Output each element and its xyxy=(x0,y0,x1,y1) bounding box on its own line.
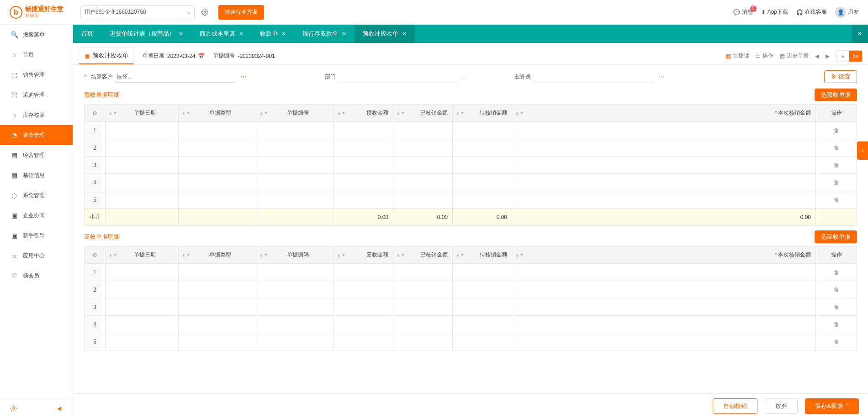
select-prepay-button[interactable]: 选预收单据 xyxy=(815,89,857,101)
sidebar-item-label: 采购管理 xyxy=(23,91,45,99)
tab-0[interactable]: 首页 xyxy=(73,25,101,43)
next-button[interactable]: ▶ xyxy=(826,53,830,59)
table-row[interactable]: 4🗑 xyxy=(85,316,857,333)
sort-icon[interactable]: ▲▼ xyxy=(337,253,346,257)
operate-link[interactable]: ☰操作 xyxy=(756,52,773,60)
sidebar-item-9[interactable]: ▣企业协同 xyxy=(0,205,73,225)
sort-icon[interactable]: ▲▼ xyxy=(181,253,191,257)
trash-icon[interactable]: 🗑 xyxy=(834,269,839,276)
trash-icon[interactable]: 🗑 xyxy=(834,179,839,186)
col-date: 单据日期 xyxy=(128,110,156,116)
close-icon[interactable]: ✕ xyxy=(342,31,346,37)
sidebar-item-8[interactable]: ◌系统管理 xyxy=(0,185,73,205)
settings-button[interactable]: ⚙ 设置 xyxy=(824,70,857,83)
trash-icon[interactable]: 🗑 xyxy=(834,321,839,328)
gear-icon[interactable]: ⚙ xyxy=(92,110,97,116)
trash-icon[interactable]: 🗑 xyxy=(834,127,839,134)
gear-icon[interactable]: ⚙ xyxy=(92,252,97,258)
history-link[interactable]: ▤历史单据 xyxy=(780,52,809,60)
view-detail-toggle[interactable]: 8≡ xyxy=(849,51,862,62)
sort-icon[interactable]: ▲▼ xyxy=(455,111,465,115)
tab-1[interactable]: 进货单统计表（按商品）✕ xyxy=(101,25,191,43)
messages-badge: 5 xyxy=(750,5,757,12)
trash-icon[interactable]: 🗑 xyxy=(834,197,839,203)
customer-service-link[interactable]: 🎧 在线客服 xyxy=(796,8,827,16)
doc-date-value[interactable]: 2023-03-24 xyxy=(167,53,195,59)
sidebar-item-1[interactable]: ⌂首页 xyxy=(0,45,73,65)
col-date: 单据日期 xyxy=(128,251,156,258)
sidebar-item-4[interactable]: ⌂库存核算 xyxy=(0,105,73,125)
close-icon[interactable]: ✕ xyxy=(281,31,286,37)
prev-button[interactable]: ◀ xyxy=(815,53,819,59)
dept-input[interactable] xyxy=(339,70,458,83)
table-row[interactable]: 1🗑 xyxy=(85,264,857,281)
close-icon[interactable]: ✕ xyxy=(239,31,243,37)
staff-input[interactable] xyxy=(535,70,653,83)
close-all-tabs-button[interactable]: ✕ xyxy=(852,25,868,43)
sidebar-item-5[interactable]: ◔资金管理 xyxy=(0,125,73,145)
calendar-icon[interactable]: 📅 xyxy=(198,53,205,59)
discard-button[interactable]: 放弃 xyxy=(765,398,798,414)
shortcut-link[interactable]: ▦快捷键 xyxy=(726,52,749,60)
trash-icon[interactable]: 🗑 xyxy=(834,162,839,168)
trash-icon[interactable]: 🗑 xyxy=(834,339,839,345)
staff-picker-button[interactable]: ⋯ xyxy=(657,73,666,80)
view-list-toggle[interactable]: ≡ xyxy=(836,51,849,62)
sidebar-item-11[interactable]: ☼应用中心 xyxy=(0,246,73,266)
table-row[interactable]: 4🗑 xyxy=(85,174,857,191)
sidebar-item-10[interactable]: ▣新手引导 xyxy=(0,225,73,246)
footer-gear-icon[interactable] xyxy=(10,405,17,412)
sidebar-item-0[interactable]: 🔍搜索菜单 xyxy=(0,25,73,45)
close-icon[interactable]: ✕ xyxy=(402,31,407,37)
sidebar-item-3[interactable]: ⬚采购管理 xyxy=(0,85,73,105)
app-download-link[interactable]: ⬇ App下载 xyxy=(761,8,788,16)
sidebar-item-7[interactable]: ▤基础信息 xyxy=(0,165,73,185)
table-row[interactable]: 1🗑 xyxy=(85,122,857,139)
sort-icon[interactable]: ▲▼ xyxy=(455,253,465,257)
sort-icon[interactable]: ▲▼ xyxy=(108,253,117,257)
sidebar-item-label: 系统管理 xyxy=(23,192,45,199)
tab-5[interactable]: 预收冲应收单✕ xyxy=(355,25,415,43)
table-row[interactable]: 3🗑 xyxy=(85,298,857,316)
auto-verify-button[interactable]: 自动核销 xyxy=(713,398,757,414)
select-receivable-button[interactable]: 选应收单据 xyxy=(815,230,857,243)
customer-input[interactable] xyxy=(116,70,235,83)
messages-link[interactable]: 💬 消息 5 xyxy=(733,8,753,16)
sidebar-item-6[interactable]: ▤经营管理 xyxy=(0,145,73,165)
dept-chevron-down-icon[interactable]: ⌵ xyxy=(462,73,465,80)
table-row[interactable]: 5🗑 xyxy=(85,191,857,209)
sort-icon[interactable]: ▲▼ xyxy=(259,111,268,115)
right-drawer-handle[interactable]: ▪ xyxy=(857,141,868,160)
sort-icon[interactable]: ▲▼ xyxy=(259,253,268,257)
sidebar-item-2[interactable]: ⬚销售管理 xyxy=(0,65,73,85)
close-icon[interactable]: ✕ xyxy=(179,31,183,37)
tab-2[interactable]: 商品成本重算✕ xyxy=(191,25,252,43)
save-and-new-button[interactable]: 保存&新增˄ xyxy=(805,398,859,414)
trash-icon[interactable]: 🗑 xyxy=(834,304,839,310)
sort-icon[interactable]: ▲▼ xyxy=(337,111,346,115)
sort-icon[interactable]: ▲▼ xyxy=(396,111,405,115)
org-select-value: 用户690企业1660120750 xyxy=(85,8,146,16)
sidebar-icon: 🔍 xyxy=(10,31,18,38)
customer-picker-button[interactable]: ⋯ xyxy=(239,73,248,80)
sort-icon[interactable]: ▲▼ xyxy=(515,253,524,257)
trash-icon[interactable]: 🗑 xyxy=(834,145,839,151)
sort-icon[interactable]: ▲▼ xyxy=(396,253,405,257)
sidebar-item-label: 应用中心 xyxy=(23,252,45,260)
table-row[interactable]: 2🗑 xyxy=(85,139,857,157)
org-select[interactable]: 用户690企业1660120750 ⌵ xyxy=(80,5,195,19)
settings-icon[interactable] xyxy=(198,6,211,19)
table-row[interactable]: 3🗑 xyxy=(85,157,857,174)
table-row[interactable]: 5🗑 xyxy=(85,333,857,350)
tab-4[interactable]: 银行存取款单✕ xyxy=(294,25,355,43)
trash-icon[interactable]: 🗑 xyxy=(834,287,839,293)
user-menu[interactable]: 👤 用友 xyxy=(835,7,859,18)
collapse-icon[interactable]: ◀| xyxy=(57,405,63,412)
table-row[interactable]: 2🗑 xyxy=(85,281,857,298)
industry-solution-button[interactable]: 体验行业方案 xyxy=(218,5,264,20)
sort-icon[interactable]: ▲▼ xyxy=(181,111,191,115)
sort-icon[interactable]: ▲▼ xyxy=(515,111,524,115)
sort-icon[interactable]: ▲▼ xyxy=(108,111,117,115)
sidebar-item-12[interactable]: ♡畅会员 xyxy=(0,266,73,286)
tab-3[interactable]: 收款单✕ xyxy=(252,25,294,43)
